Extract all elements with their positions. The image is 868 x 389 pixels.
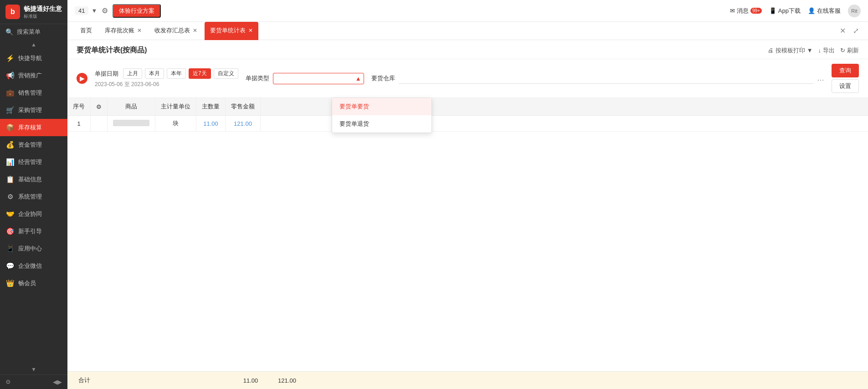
- print-icon: 🖨: [768, 47, 774, 54]
- sidebar-item-marketing[interactable]: 📢 营销推广: [0, 67, 67, 84]
- nav-icon-app: 📱: [5, 245, 15, 253]
- settings-button[interactable]: 设置: [832, 79, 859, 93]
- dropdown-item-order-return[interactable]: 要货单退货: [332, 115, 431, 133]
- sidebar-item-sys-mgmt[interactable]: ⚙ 系统管理: [0, 188, 67, 205]
- date-btn-7days[interactable]: 近7天: [189, 68, 211, 79]
- sidebar-item-guide[interactable]: 🎯 新手引导: [0, 223, 67, 240]
- sidebar-item-quick-nav[interactable]: ⚡ 快捷导航: [0, 50, 67, 67]
- sidebar-item-wechat[interactable]: 💬 企业微信: [0, 257, 67, 275]
- col-header-settings[interactable]: ⚙: [91, 98, 108, 116]
- tab-order-stats[interactable]: 要货单统计表 ✕: [205, 22, 258, 40]
- export-icon: ↓: [818, 47, 822, 54]
- sidebar-item-sales[interactable]: 💼 销售管理: [0, 84, 67, 102]
- table-row: 1 块 11.00 121.00: [67, 116, 868, 132]
- table-footer: 合计 11.00 121.00: [67, 371, 868, 389]
- tabs-bar: 首页 库存批次账 ✕ 收发存汇总表 ✕ 要货单统计表 ✕ ✕ ⤢: [67, 22, 868, 40]
- message-icon: ✉: [730, 7, 735, 14]
- account-dropdown-icon[interactable]: ▼: [91, 7, 97, 14]
- sidebar-bottom: ⚙ ◀▶: [0, 374, 67, 389]
- sidebar-item-membership[interactable]: 👑 畅会员: [0, 275, 67, 292]
- logo-icon: b: [5, 5, 20, 19]
- date-btn-prev[interactable]: 上月: [123, 68, 142, 79]
- refresh-btn[interactable]: ↻ 刷新: [840, 46, 859, 55]
- avatar[interactable]: Rit: [848, 5, 861, 17]
- cell-amount[interactable]: 121.00: [226, 116, 261, 132]
- sidebar-item-app-center[interactable]: 📱 应用中心: [0, 240, 67, 257]
- filter-type-select-wrapper: ▲: [273, 73, 364, 84]
- nav-icon-sys: ⚙: [5, 193, 15, 201]
- date-btn-current[interactable]: 本月: [145, 68, 164, 79]
- tab-close-inventory-batch[interactable]: ✕: [137, 27, 142, 34]
- topbar-messages[interactable]: ✉ 消息 99+: [730, 7, 762, 15]
- tab-expand-window[interactable]: ⤢: [851, 25, 861, 37]
- data-table: 序号 ⚙ 商品 主计量单位 主数量 零售金额 1: [67, 98, 868, 132]
- tab-home[interactable]: 首页: [75, 22, 98, 40]
- topbar-right: ✉ 消息 99+ 📱 App下载 👤 在线客服 Rit: [730, 5, 861, 17]
- app-download-icon: 📱: [769, 7, 776, 14]
- nav-icon-operations: 📊: [5, 158, 15, 166]
- tab-receipt-summary[interactable]: 收发存汇总表 ✕: [149, 22, 203, 40]
- sidebar-item-inventory[interactable]: 📦 库存核算: [0, 119, 67, 136]
- filter-expand-btn[interactable]: ▶: [77, 73, 87, 84]
- tabs-window-controls: ✕ ⤢: [838, 25, 861, 37]
- cell-product: [108, 116, 155, 132]
- sidebar-item-base-info[interactable]: 📋 基础信息: [0, 171, 67, 188]
- message-badge: 99+: [750, 8, 762, 14]
- query-button[interactable]: 查询: [832, 64, 859, 77]
- sidebar-item-finance[interactable]: 💰 资金管理: [0, 136, 67, 154]
- page-title: 要货单统计表(按商品): [77, 46, 147, 55]
- tab-close-order-stats[interactable]: ✕: [248, 27, 253, 34]
- scroll-down[interactable]: ▼: [0, 364, 67, 374]
- col-header-unit: 主计量单位: [155, 98, 196, 116]
- nav-icon-sales: 💼: [5, 89, 15, 97]
- filter-warehouse-input[interactable]: [399, 73, 813, 84]
- search-icon: 🔍: [5, 28, 13, 36]
- footer-amount: 121.00: [269, 377, 305, 384]
- promo-button[interactable]: 体验行业方案: [113, 4, 161, 18]
- type-dropdown: 要货单要货 要货单退货: [332, 97, 432, 133]
- scroll-up[interactable]: ▲: [0, 40, 67, 50]
- footer-quantity: 11.00: [232, 377, 269, 384]
- sidebar-item-enterprise[interactable]: 🤝 企业协同: [0, 205, 67, 223]
- filter-more-icon[interactable]: …: [817, 74, 824, 82]
- cell-row-num: 1: [67, 116, 91, 132]
- content-area: 要货单统计表(按商品) 🖨 按模板打印 ▼ ↓ 导出 ↻ 刷新 ▶: [67, 40, 868, 389]
- account-number: 41: [75, 6, 88, 15]
- nav-icon-wechat: 💬: [5, 262, 15, 270]
- topbar-gear-icon[interactable]: ⚙: [102, 6, 108, 15]
- print-template-btn[interactable]: 🖨 按模板打印 ▼: [768, 46, 813, 55]
- date-btn-year[interactable]: 本年: [167, 68, 186, 79]
- sidebar-logo: b 畅捷通好生意 标准版: [0, 0, 67, 24]
- filter-actions: 查询 设置: [832, 64, 859, 93]
- filter-date-label: 单据日期: [95, 70, 118, 78]
- sidebar-settings-icon[interactable]: ⚙: [5, 379, 11, 385]
- dropdown-item-order-goods[interactable]: 要货单要货: [332, 98, 431, 115]
- topbar-online-service[interactable]: 👤 在线客服: [808, 7, 841, 15]
- nav-icon-purchase: 🛒: [5, 106, 15, 114]
- sidebar-item-operations[interactable]: 📊 经营管理: [0, 154, 67, 171]
- col-header-product: 商品: [108, 98, 155, 116]
- nav-icon-guide: 🎯: [5, 227, 15, 235]
- topbar-app-download[interactable]: 📱 App下载: [769, 7, 801, 15]
- sidebar-collapse-icon[interactable]: ◀▶: [53, 379, 62, 385]
- sidebar: b 畅捷通好生意 标准版 🔍 搜索菜单 ▲ ⚡ 快捷导航 📢 营销推广 💼 销售…: [0, 0, 67, 389]
- tab-close-window[interactable]: ✕: [838, 25, 847, 37]
- export-btn[interactable]: ↓ 导出: [818, 46, 835, 55]
- page-header: 要货单统计表(按商品) 🖨 按模板打印 ▼ ↓ 导出 ↻ 刷新: [67, 40, 868, 59]
- cell-quantity[interactable]: 11.00: [196, 116, 226, 132]
- logo-text: 畅捷通好生意 标准版: [24, 5, 62, 19]
- filter-warehouse-group: 要货仓库 …: [371, 73, 824, 84]
- sidebar-item-purchase[interactable]: 🛒 采购管理: [0, 102, 67, 119]
- topbar-left: 41 ▼ ⚙ 体验行业方案: [75, 4, 161, 18]
- table-container: 序号 ⚙ 商品 主计量单位 主数量 零售金额 1: [67, 98, 868, 371]
- nav-icon-quick: ⚡: [5, 54, 15, 62]
- filter-type-group: 单据类型 ▲: [246, 73, 364, 84]
- filter-date-group: 单据日期 上月 本月 本年 近7天 自定义 2023-05-06 至 2023-…: [95, 68, 238, 88]
- search-menu[interactable]: 🔍 搜索菜单: [0, 24, 67, 40]
- tab-close-receipt-summary[interactable]: ✕: [193, 27, 197, 34]
- tab-inventory-batch[interactable]: 库存批次账 ✕: [99, 22, 147, 40]
- col-header-row-num: 序号: [67, 98, 91, 116]
- nav-icon-base: 📋: [5, 175, 15, 184]
- filter-type-input[interactable]: [273, 73, 364, 84]
- date-btn-custom[interactable]: 自定义: [214, 68, 238, 79]
